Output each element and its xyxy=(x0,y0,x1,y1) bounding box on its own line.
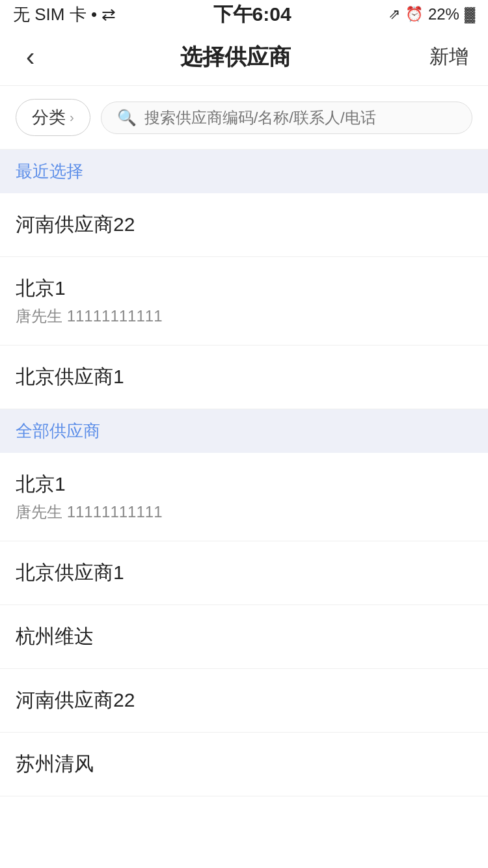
recent-item-2[interactable]: 北京1 唐先生 11111111111 xyxy=(0,257,488,346)
status-bar: 无 SIM 卡 • ⇄ 下午6:04 ⇗ ⏰ 22% ▓ xyxy=(0,0,488,29)
recent-item-3[interactable]: 北京供应商1 xyxy=(0,346,488,409)
supplier-item-2[interactable]: 北京供应商1 xyxy=(0,541,488,605)
item-name: 北京供应商1 xyxy=(16,560,472,586)
recent-item-1[interactable]: 河南供应商22 xyxy=(0,193,488,257)
category-button[interactable]: 分类 › xyxy=(16,99,90,136)
category-label: 分类 xyxy=(32,106,66,129)
chevron-right-icon: › xyxy=(70,110,74,125)
status-time: 下午6:04 xyxy=(213,1,291,28)
item-name: 苏州清风 xyxy=(16,751,472,778)
supplier-item-1[interactable]: 北京1 唐先生 11111111111 xyxy=(0,453,488,541)
search-icon: 🔍 xyxy=(117,109,137,127)
item-name: 河南供应商22 xyxy=(16,211,472,238)
status-battery: ⇗ ⏰ 22% ▓ xyxy=(388,5,475,23)
item-name: 河南供应商22 xyxy=(16,687,472,714)
item-name: 北京1 xyxy=(16,275,472,302)
recent-list: 河南供应商22 北京1 唐先生 11111111111 北京供应商1 xyxy=(0,193,488,409)
supplier-item-3[interactable]: 杭州维达 xyxy=(0,605,488,669)
back-button[interactable]: ‹ xyxy=(20,36,41,78)
alarm-icon: ⏰ xyxy=(405,6,423,23)
battery-icon: ▓ xyxy=(465,6,475,23)
status-network: 无 SIM 卡 • ⇄ xyxy=(13,3,116,26)
search-box: 🔍 xyxy=(101,102,472,134)
search-input[interactable] xyxy=(144,109,456,127)
all-suppliers-list: 北京1 唐先生 11111111111 北京供应商1 杭州维达 河南供应商22 … xyxy=(0,453,488,796)
page-title: 选择供应商 xyxy=(180,42,291,72)
item-name: 北京供应商1 xyxy=(16,364,472,390)
supplier-item-5[interactable]: 苏州清风 xyxy=(0,733,488,796)
item-contact: 唐先生 11111111111 xyxy=(16,502,472,522)
item-name: 北京1 xyxy=(16,471,472,498)
item-name: 杭州维达 xyxy=(16,623,472,650)
filter-bar: 分类 › 🔍 xyxy=(0,86,488,150)
recent-section-header: 最近选择 xyxy=(0,150,488,193)
item-contact: 唐先生 11111111111 xyxy=(16,306,472,327)
nav-bar: ‹ 选择供应商 新增 xyxy=(0,29,488,86)
add-button[interactable]: 新增 xyxy=(429,44,468,70)
all-section-header: 全部供应商 xyxy=(0,409,488,453)
location-icon: ⇗ xyxy=(388,6,400,23)
supplier-item-4[interactable]: 河南供应商22 xyxy=(0,669,488,733)
